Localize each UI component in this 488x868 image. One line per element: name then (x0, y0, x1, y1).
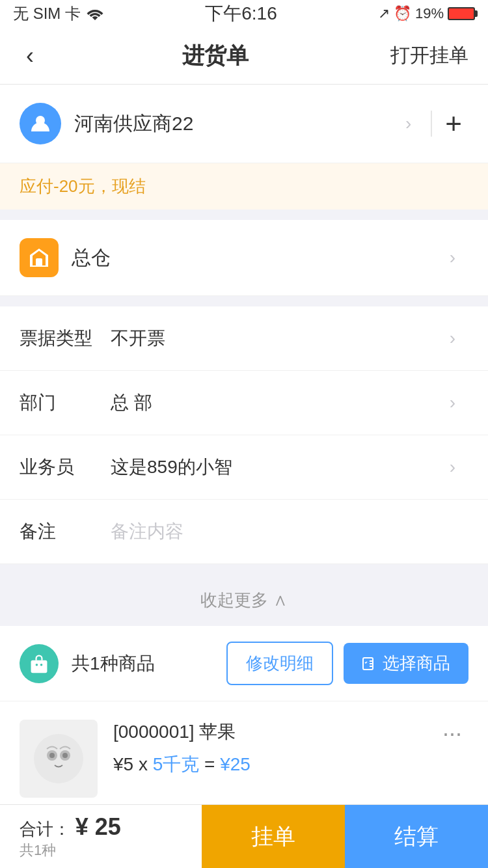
select-product-button[interactable]: 选择商品 (344, 643, 468, 684)
svg-rect-1 (36, 258, 42, 266)
warehouse-chevron: › (450, 247, 455, 268)
nav-bar: ‹ 进货单 打开挂单 (0, 27, 488, 85)
person-icon (29, 112, 52, 135)
warehouse-row[interactable]: 总仓 › (0, 220, 488, 296)
total-label: 合计： (20, 819, 70, 839)
supplier-card: 河南供应商22 › + 应付-20元，现结 (0, 85, 488, 210)
open-hang-button[interactable]: 打开挂单 (390, 42, 468, 69)
status-bar: 无 SIM 卡 下午6:16 ↗ ⏰ 19% (0, 0, 488, 27)
total-count: 共1种 (20, 841, 182, 860)
form-key-remark: 备注 (20, 519, 111, 544)
svg-rect-2 (31, 660, 47, 673)
form-card: 票据类型 不开票 › 部门 总 部 › 业务员 这是859的小智 › 备注 备注… (0, 306, 488, 564)
battery-icon (448, 7, 475, 20)
supplier-avatar (20, 103, 61, 144)
footer: 合计： ¥ 25 共1种 挂单 结算 (0, 804, 488, 868)
status-right: ↗ ⏰ 19% (378, 5, 475, 22)
product-info: [0000001] 苹果 ¥5 x 5千克 = ¥25 (113, 720, 436, 777)
alarm-icon: ⏰ (394, 5, 411, 22)
bag-icon (29, 653, 49, 674)
product-price: ¥5 x 5千克 = ¥25 (113, 752, 436, 777)
warehouse-name: 总仓 (72, 245, 450, 271)
salesman-chevron: › (450, 457, 455, 478)
form-row-salesman[interactable]: 业务员 这是859的小智 › (0, 435, 488, 500)
product-name: [0000001] 苹果 (113, 720, 436, 744)
product-item: [0000001] 苹果 ¥5 x 5千克 = ¥25 ··· (0, 701, 488, 816)
warehouse-icon-wrap (20, 238, 59, 277)
status-carrier: 无 SIM 卡 (13, 3, 104, 24)
add-supplier-button[interactable]: + (439, 109, 468, 138)
products-count: 共1种商品 (72, 651, 226, 676)
form-key-salesman: 业务员 (20, 455, 111, 480)
edit-detail-button[interactable]: 修改明细 (226, 642, 333, 685)
form-row-remark[interactable]: 备注 备注内容 (0, 500, 488, 564)
form-key-dept: 部门 (20, 390, 111, 415)
products-header: 共1种商品 修改明细 选择商品 (0, 626, 488, 701)
form-value-remark: 备注内容 (111, 519, 468, 544)
hang-button[interactable]: 挂单 (202, 805, 345, 869)
svg-point-4 (40, 664, 43, 666)
warehouse-card: 总仓 › (0, 220, 488, 296)
product-thumbnail (20, 720, 98, 798)
checkout-button[interactable]: 结算 (345, 805, 488, 869)
form-value-salesman: 这是859的小智 (111, 455, 450, 480)
svg-point-10 (62, 753, 68, 758)
products-icon-wrap (20, 644, 59, 683)
location-icon: ↗ (378, 5, 390, 22)
supplier-row[interactable]: 河南供应商22 › + (0, 85, 488, 163)
products-card: 共1种商品 修改明细 选择商品 (0, 626, 488, 816)
dept-chevron: › (450, 392, 455, 413)
form-value-ticket: 不开票 (111, 326, 450, 351)
status-time: 下午6:16 (205, 1, 277, 26)
form-value-dept: 总 部 (111, 390, 450, 415)
svg-point-3 (36, 664, 38, 666)
total-amount: ¥ 25 (75, 813, 121, 840)
divider (431, 111, 432, 137)
product-menu-button[interactable]: ··· (436, 720, 468, 747)
svg-point-9 (49, 753, 55, 758)
page-title: 进货单 (182, 41, 249, 71)
supplier-name: 河南供应商22 (74, 111, 405, 137)
svg-point-6 (34, 734, 83, 783)
back-button[interactable]: ‹ (20, 36, 40, 76)
select-product-icon (362, 656, 377, 671)
wifi-icon (86, 7, 104, 20)
warning-banner: 应付-20元，现结 (0, 163, 488, 210)
form-row-ticket[interactable]: 票据类型 不开票 › (0, 306, 488, 371)
form-key-ticket: 票据类型 (20, 326, 111, 351)
content: 河南供应商22 › + 应付-20元，现结 总仓 › 票据类型 不开票 › (0, 85, 488, 868)
footer-total: 合计： ¥ 25 共1种 (0, 813, 202, 860)
ticket-chevron: › (450, 328, 455, 349)
product-thumb-image (33, 733, 85, 785)
form-row-dept[interactable]: 部门 总 部 › (0, 371, 488, 435)
collapse-toggle[interactable]: 收起更多 ∧ (0, 575, 488, 626)
warehouse-icon (28, 247, 50, 269)
supplier-chevron: › (405, 113, 411, 134)
